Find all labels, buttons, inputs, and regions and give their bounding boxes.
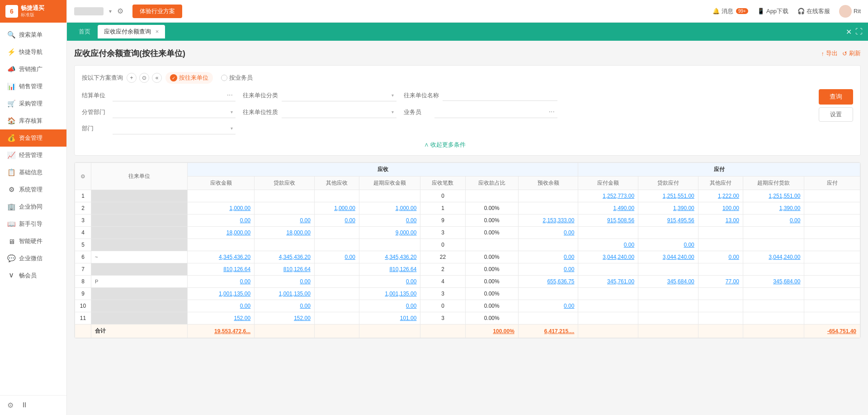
app-download-item[interactable]: 📱 App下载 — [757, 7, 788, 15]
partner-nature-field: 往来单位性质 ▾ — [243, 106, 396, 118]
sidebar-item-member[interactable]: V 畅会员 — [0, 267, 66, 284]
edit-scheme-button[interactable]: ⊙ — [139, 73, 149, 83]
managing-dept-field: 分管部门 ▾ — [82, 106, 236, 118]
enterprise-icon: 🏢 — [7, 203, 15, 211]
sidebar-item-purchase[interactable]: 🛒 采购管理 — [0, 95, 66, 112]
partner-name-label: 往来单位名称 — [404, 91, 439, 100]
table-row: 3■■■■■■■■0.000.000.000.0090.00%2,153,333… — [75, 215, 860, 227]
quicknav-icon: ⚡ — [7, 48, 15, 56]
export-button[interactable]: ↑ 导出 — [821, 49, 838, 57]
footer-pay-total[interactable]: -654,751.40 — [804, 324, 860, 338]
partner-category-field: 往来单位分类 ▾ — [243, 90, 396, 101]
footer-recv-total[interactable]: 19,553,472,6... — [188, 324, 255, 338]
add-scheme-button[interactable]: + — [127, 73, 137, 83]
managing-dept-select[interactable]: ▾ — [113, 106, 236, 118]
col-recv-advance: 预收余额 — [518, 176, 578, 190]
partner-name-input[interactable] — [443, 90, 557, 101]
sidebar-item-hardware[interactable]: 🖥 智能硬件 — [0, 233, 66, 250]
partner-cell: ■■■■■■■■ — [91, 263, 188, 276]
sidebar: 6 畅捷通买 标准版 🔍 搜索菜单 ⚡ 快捷导航 📣 营销推广 📊 销售管理 🛒… — [0, 0, 67, 415]
tab-receivable-query[interactable]: 应收应付余额查询 × — [98, 25, 165, 38]
tab-home[interactable]: 首页 — [72, 25, 97, 38]
breadcrumb: •••••• — [74, 7, 104, 15]
sidebar-item-marketing[interactable]: 📣 营销推广 — [0, 61, 66, 78]
promo-button[interactable]: 体验行业方案 — [132, 5, 182, 18]
footer-label: 合计 — [91, 324, 188, 338]
table-row: 2■■■■■■■■1,000.001,000.001,000.0010.00%1… — [75, 202, 860, 215]
sidebar-item-management[interactable]: 📈 经营管理 — [0, 147, 66, 164]
filter-scheme-label: 按以下方案查询 — [82, 74, 123, 82]
sidebar-item-weixin[interactable]: 💬 企业微信 — [0, 250, 66, 267]
sidebar-item-finance[interactable]: 💰 资金管理 — [0, 129, 66, 147]
settlement-dots-icon: ··· — [227, 91, 233, 99]
avatar — [839, 5, 852, 18]
chevron-down-icon: ▾ — [392, 93, 394, 98]
sidebar-item-basic-info[interactable]: 📋 基础信息 — [0, 164, 66, 181]
sidebar-logo: 6 畅捷通买 标准版 — [0, 0, 66, 23]
sidebar-item-system[interactable]: ⚙ 系统管理 — [0, 181, 66, 198]
collapse-footer-icon[interactable]: ⏸ — [21, 401, 28, 410]
department-select[interactable]: ▾ — [113, 123, 236, 134]
settlement-unit-select[interactable]: ··· — [113, 89, 236, 101]
footer-recv-advance[interactable]: 6,417,215.... — [518, 324, 578, 338]
topbar-settings-icon[interactable]: ⚙ — [117, 7, 123, 15]
scheme-by-salesperson[interactable]: 按业务员 — [217, 72, 257, 84]
app-name: 畅捷通买 — [21, 5, 44, 12]
tab-close-icon[interactable]: × — [156, 28, 159, 35]
weixin-icon: 💬 — [7, 254, 15, 262]
sidebar-item-guide[interactable]: 📖 新手引导 — [0, 215, 66, 233]
sidebar-item-sales[interactable]: 📊 销售管理 — [0, 78, 66, 95]
search-icon: 🔍 — [7, 31, 15, 39]
filter-fields: 结算单位 ··· 往来单位分类 ▾ — [82, 89, 808, 149]
salesperson-field: 业务员 ··· — [404, 106, 557, 118]
col-pay-amount: 应付金额 — [578, 176, 638, 190]
sidebar-menu: 🔍 搜索菜单 ⚡ 快捷导航 📣 营销推广 📊 销售管理 🛒 采购管理 🏠 库存核… — [0, 23, 66, 395]
partner-name-field: 往来单位名称 — [404, 90, 557, 101]
partner-category-select[interactable]: ▾ — [282, 90, 396, 101]
table-row: 7■■■■■■■■810,126.64810,126.64810,126.642… — [75, 263, 860, 276]
notification-item[interactable]: 🔔 消息 99+ — [712, 7, 748, 15]
partner-nature-select[interactable]: ▾ — [282, 106, 396, 118]
partner-cell: ■■■■■■■■ — [91, 190, 188, 202]
query-button[interactable]: 查询 — [819, 89, 853, 105]
app-version: 标准版 — [21, 12, 44, 18]
settings-button[interactable]: 设置 — [819, 107, 853, 122]
col-recv-loan: 贷款应收 — [255, 176, 315, 190]
col-pay-loan: 贷款应付 — [638, 176, 698, 190]
sidebar-item-quicknav[interactable]: ⚡ 快捷导航 — [0, 43, 66, 61]
app-download-icon: 📱 — [757, 8, 764, 14]
table-settings-icon[interactable]: ⚙ — [80, 173, 85, 180]
page-content: 应收应付余额查询(按往来单位) ↑ 导出 ↺ 刷新 按以下方案查询 + ⊙ « — [67, 41, 868, 415]
salesperson-select[interactable]: ··· — [434, 106, 557, 118]
col-partner-header: 往来单位 — [91, 163, 188, 190]
sales-icon: 📊 — [7, 82, 15, 91]
table-settings-header: ⚙ — [75, 163, 91, 190]
maximize-button[interactable]: ⛶ — [855, 28, 863, 36]
department-chevron-icon: ▾ — [231, 126, 233, 131]
col-pay-other: 其他应付 — [698, 176, 743, 190]
collapse-filter-button[interactable]: ∧ 收起更多条件 — [82, 139, 808, 149]
settings-footer-icon[interactable]: ⚙ — [7, 401, 14, 410]
col-pay-overdue: 超期应付货款 — [743, 176, 804, 190]
sidebar-item-inventory[interactable]: 🏠 库存核算 — [0, 112, 66, 129]
sidebar-item-enterprise[interactable]: 🏢 企业协同 — [0, 198, 66, 215]
user-info[interactable]: Rit — [839, 5, 861, 18]
settlement-unit-field: 结算单位 ··· — [82, 89, 236, 101]
expand-scheme-button[interactable]: « — [152, 73, 162, 83]
notification-badge: 99+ — [736, 8, 748, 14]
refresh-button[interactable]: ↺ 刷新 — [842, 49, 861, 57]
close-window-button[interactable]: ✕ — [846, 28, 852, 36]
col-recv-overdue: 超期应收金额 — [359, 176, 420, 190]
footer-recv-ratio: 100.00% — [465, 324, 518, 338]
sidebar-item-search[interactable]: 🔍 搜索菜单 — [0, 26, 66, 43]
page-header: 应收应付余额查询(按往来单位) ↑ 导出 ↺ 刷新 — [74, 48, 861, 59]
col-payable-group: 应付 — [578, 163, 860, 176]
col-pay-rest: 应付 — [804, 176, 860, 190]
department-label: 部门 — [82, 124, 109, 133]
online-service-item[interactable]: 🎧 在线客服 — [797, 7, 830, 15]
scheme-by-partner[interactable]: ✓ 按往来单位 — [165, 72, 213, 84]
nature-chevron-icon: ▾ — [392, 110, 394, 114]
refresh-icon: ↺ — [842, 50, 847, 57]
partner-category-label: 往来单位分类 — [243, 91, 278, 100]
partner-cell: ■■■■■■■■ — [91, 288, 188, 300]
